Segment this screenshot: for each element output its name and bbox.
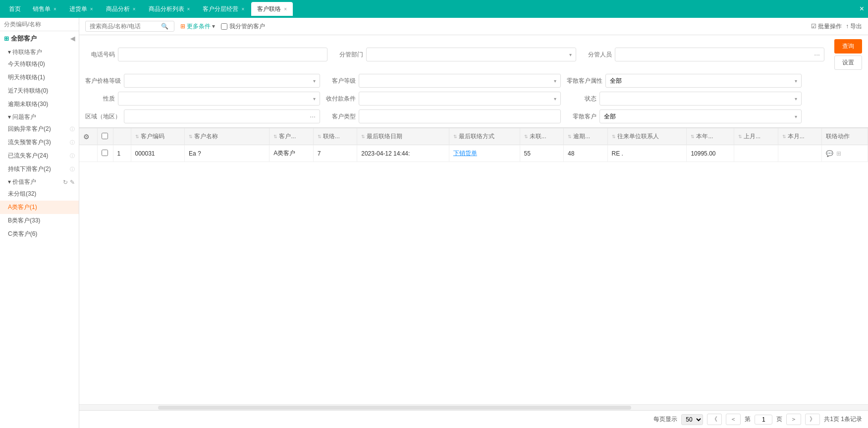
th-cust-cat-sort-icon[interactable]: ⇅ (273, 134, 277, 139)
th-this-year-sort-icon[interactable]: ⇅ (691, 134, 695, 139)
sidebar-item-b-class[interactable]: B类客户(33) (0, 214, 79, 227)
filter-cust-type: 客户类型 (326, 109, 561, 123)
last-method-link[interactable]: 下销货单 (453, 150, 477, 157)
dept-select[interactable]: ▾ (366, 48, 576, 61)
sidebar-item-c-class[interactable]: C类客户(6) (0, 227, 79, 241)
nav-tab-product-list[interactable]: 商品分析列表 × (143, 2, 196, 16)
page-size-select[interactable]: 50 (681, 414, 703, 425)
filter-person: 分管人员 ··· (582, 48, 824, 61)
prev-page-button[interactable]: ＜ (726, 414, 741, 425)
cust-level-select[interactable]: ▾ (359, 74, 561, 88)
filter-actions: ☑ 批量操作 ↑ 导出 (811, 22, 862, 31)
sidebar-item-overdue[interactable]: 逾期未联络(30) (0, 98, 79, 111)
horizontal-scrollbar[interactable] (79, 404, 868, 410)
close-sales-icon[interactable]: × (54, 6, 56, 12)
search-icon[interactable]: 🔍 (161, 23, 168, 30)
person-input[interactable]: ··· (615, 48, 824, 61)
price-level-select[interactable]: ▾ (124, 74, 320, 88)
th-last-month-sort-icon[interactable]: ⇅ (738, 134, 742, 139)
total-records-label: 共1页 1条记录 (824, 415, 862, 424)
search-input[interactable] (90, 23, 159, 30)
sidebar-item-7days[interactable]: 近7天待联络(0) (0, 84, 79, 98)
sidebar-all-customers[interactable]: ⊞ 全部客户 ◀ (0, 31, 79, 46)
nav-tab-product[interactable]: 商品分析 × (100, 2, 142, 16)
my-customers-checkbox[interactable] (221, 23, 227, 30)
sidebar-item-tomorrow[interactable]: 明天待联络(1) (0, 71, 79, 84)
problem-expand-icon[interactable] (8, 113, 11, 120)
th-code-sort-icon[interactable]: ⇅ (135, 134, 139, 139)
nav-tab-customer-seg[interactable]: 客户分层经营 × (197, 2, 250, 16)
scrollbar-thumb[interactable] (158, 406, 631, 410)
grid-icon: ⊞ (4, 35, 9, 42)
nav-tab-customer-contact[interactable]: 客户联络 × (251, 2, 293, 16)
sidebar-item-lostpre[interactable]: 流失预警客户(3) ⓘ (0, 136, 79, 149)
close-purchase-icon[interactable]: × (90, 6, 93, 12)
filter-bar: 🔍 ⊞ 更多条件 ▾ 我分管的客户 ☑ 批量操作 ↑ 导出 (79, 18, 868, 35)
first-page-button[interactable]: 《 (707, 414, 722, 425)
sidebar-group-problem-label: 问题客户 (0, 111, 79, 122)
nav-tab-purchase[interactable]: 进货单 × (63, 2, 99, 16)
sidebar-item-a-class[interactable]: A类客户(1) (0, 201, 79, 214)
select-all-checkbox[interactable] (102, 133, 108, 139)
retail-select[interactable]: 全部 ▾ (599, 109, 802, 123)
my-customers-checkbox-wrap: 我分管的客户 (221, 22, 265, 31)
export-button[interactable]: ↑ 导出 (846, 22, 862, 31)
th-overdue-sort-icon[interactable]: ⇅ (568, 134, 572, 139)
close-product-icon[interactable]: × (133, 6, 136, 12)
filter-nature: 性质 ▾ (85, 92, 320, 106)
th-last-date-sort-icon[interactable]: ⇅ (361, 134, 365, 139)
sidebar-item-unclassified[interactable]: 未分组(32) (0, 187, 79, 201)
grid-action-icon[interactable]: ⊞ (836, 150, 841, 157)
nav-home[interactable]: 首页 (4, 5, 26, 13)
th-contact-sort-icon[interactable]: ⇅ (318, 134, 322, 139)
close-product-list-icon[interactable]: × (187, 6, 190, 12)
pending-expand-icon[interactable] (8, 49, 11, 55)
setting-button[interactable]: 设置 (834, 55, 862, 70)
td-gear (79, 145, 97, 162)
sidebar-group-pending-label: 待联络客户 (0, 46, 79, 57)
sidebar-search-wrap: 🔍 (0, 18, 79, 31)
th-no-contact-sort-icon[interactable]: ⇅ (524, 134, 528, 139)
status-select[interactable]: ▾ (599, 92, 802, 106)
td-overdue: 48 (564, 145, 608, 162)
phone-input[interactable] (118, 48, 327, 61)
close-all-button[interactable]: × (860, 4, 864, 13)
th-name-sort-icon[interactable]: ⇅ (189, 134, 193, 139)
query-button[interactable]: 查询 (834, 39, 862, 54)
last-page-button[interactable]: 》 (805, 414, 820, 425)
close-customer-contact-icon[interactable]: × (284, 6, 287, 12)
sidebar-search-input[interactable] (4, 21, 78, 28)
filter-region: 区域（地区） ··· (85, 109, 320, 123)
row-checkbox[interactable] (102, 150, 108, 156)
close-customer-seg-icon[interactable]: × (241, 6, 244, 12)
chat-icon[interactable]: 💬 (826, 150, 833, 157)
more-filters-btn[interactable]: ⊞ 更多条件 ▾ (180, 22, 215, 31)
payment-select[interactable]: ▾ (359, 92, 561, 106)
batch-op-button[interactable]: ☑ 批量操作 (811, 22, 842, 31)
nature-select[interactable]: ▾ (118, 92, 320, 106)
retail-attr-select[interactable]: 全部 ▾ (605, 74, 802, 88)
value-edit-icon[interactable]: ✎ (70, 179, 75, 186)
collapse-icon[interactable]: ◀ (70, 35, 75, 42)
td-last-method: 下销货单 (449, 145, 520, 162)
table-gear-icon[interactable]: ⚙ (83, 133, 90, 141)
page-number-input[interactable] (755, 415, 772, 425)
cust-type-input[interactable] (359, 109, 561, 123)
region-input[interactable]: ··· (124, 109, 320, 123)
th-action: 联络动作 (822, 128, 868, 145)
next-page-button[interactable]: ＞ (786, 414, 801, 425)
th-contact: ⇅ 联络... (313, 128, 357, 145)
th-this-month-sort-icon[interactable]: ⇅ (782, 134, 786, 139)
th-unit-contact-sort-icon[interactable]: ⇅ (612, 134, 616, 139)
dept-chevron-icon: ▾ (569, 52, 572, 57)
nav-tab-sales[interactable]: 销售单 × (27, 2, 62, 16)
payment-chevron-icon: ▾ (554, 96, 556, 102)
th-last-method-sort-icon[interactable]: ⇅ (453, 134, 457, 139)
sidebar-item-today[interactable]: 今天待联络(0) (0, 57, 79, 71)
value-refresh-icon[interactable]: ↻ (63, 179, 68, 186)
sidebar-item-lost[interactable]: 已流失客户(24) ⓘ (0, 149, 79, 162)
retail-attr-chevron-icon: ▾ (795, 78, 797, 84)
sidebar-item-sustain[interactable]: 持续下滑客户(2) ⓘ (0, 162, 79, 176)
value-expand-icon[interactable] (8, 178, 11, 185)
sidebar-item-repurchase[interactable]: 回购异常客户(2) ⓘ (0, 122, 79, 136)
